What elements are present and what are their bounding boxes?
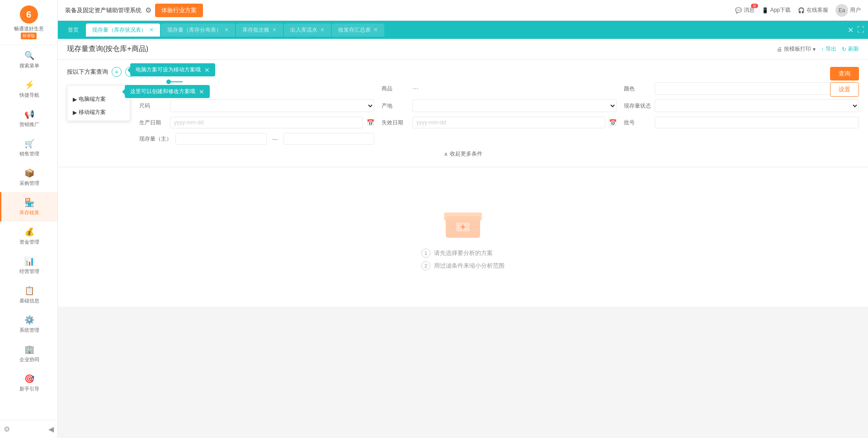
collapse-icon[interactable]: ◀ [48, 425, 54, 433]
filter-label: 按以下方案查询 [67, 68, 108, 76]
filter-row-3: 生产日期 📅 失效日期 📅 批号 [139, 117, 859, 128]
industry-button[interactable]: 体验行业方案 [155, 4, 203, 17]
reset-button[interactable]: 设置 [830, 82, 859, 97]
scheme-tooltip-text: 电脑方案可设为移动方案哦 [136, 66, 201, 74]
sidebar-item-finance[interactable]: 💰 资金管理 [0, 221, 57, 251]
tab-batch-account[interactable]: 库存批次账 ✕ [236, 24, 283, 37]
sidebar-item-inventory[interactable]: 🏪 库存核算 [0, 192, 57, 221]
template-print-icon: 🖨 [777, 46, 782, 52]
scheme-section-header [67, 87, 130, 93]
guide-icon: 🎯 [24, 374, 34, 384]
template-print-label: 按模板打印 [784, 45, 811, 53]
basic-icon: 📋 [24, 286, 34, 296]
sidebar-item-corp[interactable]: 🏢 企业协同 [0, 339, 57, 368]
edit-tooltip-close[interactable]: ✕ [199, 88, 204, 95]
empty-step-1: 1 请先选择要分析的方案 [421, 249, 505, 258]
support-button[interactable]: 🎧 在线客服 [798, 6, 828, 14]
stock-main-to-input[interactable] [283, 133, 375, 145]
origin-select[interactable] [412, 99, 617, 112]
expiry-date-input[interactable] [412, 117, 605, 128]
filter-row-4: 现存量（主） — [139, 133, 859, 145]
sidebar-item-purchase[interactable]: 📦 采购管理 [0, 163, 57, 192]
tabbar: 首页 现存量（库存状况表） ✕ 现存量（库存分布表） ✕ 库存批次账 ✕ 出入库… [58, 21, 868, 39]
page-actions: 🖨 按模板打印 ▾ ↑ 导出 ↻ 刷新 [777, 45, 859, 53]
user-button[interactable]: Ea 用户 [835, 4, 861, 17]
operation-icon: 📊 [24, 256, 34, 266]
filter-origin: 产地 [382, 99, 617, 112]
tab-inout-flow[interactable]: 出入库流水 ✕ [284, 24, 331, 37]
settings-bottom-icon[interactable]: ⚙ [4, 425, 10, 433]
tab-inventory-dist[interactable]: 现存量（库存分布表） ✕ [161, 24, 235, 37]
sales-icon: 🛒 [24, 139, 34, 149]
goods-label: 商品 [382, 85, 409, 93]
tab-collect-summary-label: 收发存汇总表 [338, 26, 371, 34]
export-icon: ↑ [821, 46, 824, 52]
sidebar: 6 畅通道好生意 标准版 🔍 搜索菜单 ⚡ 快捷导航 📢 营销推广 🛒 销售管理… [0, 0, 58, 438]
topbar: 装备及固定资产辅助管理系统 ⚙ 体验行业方案 💬 消息 6 📱 App下载 🎧 … [58, 0, 868, 21]
expiry-date-calendar-icon[interactable]: 📅 [609, 119, 617, 126]
size-label: 尺码 [139, 102, 166, 110]
scheme-item-pc[interactable]: ▶ 电脑端方案 [67, 93, 130, 106]
scheme-arrow-pc: ▶ [73, 96, 77, 103]
template-print-arrow: ▾ [813, 46, 816, 52]
tab-batch-account-close[interactable]: ✕ [272, 27, 277, 33]
system-title: 装备及固定资产辅助管理系统 [65, 6, 142, 14]
tab-inventory-status-label: 现存量（库存状况表） [92, 26, 146, 34]
size-select[interactable] [170, 99, 374, 112]
connector-dot [166, 80, 171, 84]
add-scheme-button[interactable]: + [112, 67, 122, 77]
sidebar-nav: 🔍 搜索菜单 ⚡ 快捷导航 📢 营销推广 🛒 销售管理 📦 采购管理 🏪 库存核… [0, 45, 57, 420]
search-buttons: 查询 设置 [830, 67, 859, 97]
message-button[interactable]: 💬 消息 6 [735, 6, 755, 14]
filter-row-2: 尺码 产地 现存量状态 [139, 99, 859, 112]
inventory-icon: 🏪 [24, 198, 34, 207]
user-avatar: Ea [835, 4, 848, 17]
collapse-filter-button[interactable]: ∧ 收起更多条件 [444, 150, 482, 158]
step-num-1: 1 [421, 249, 430, 258]
tab-inventory-status-close[interactable]: ✕ [149, 27, 154, 33]
stock-main-from-input[interactable] [175, 133, 267, 145]
sidebar-item-guide[interactable]: 🎯 新手引导 [0, 368, 57, 398]
app-download-button[interactable]: 📱 App下载 [762, 6, 791, 14]
production-date-input[interactable] [170, 117, 363, 128]
sidebar-item-operation[interactable]: 📊 经营管理 [0, 251, 57, 280]
stock-status-select[interactable] [655, 99, 859, 112]
scheme-tooltip-close[interactable]: ✕ [204, 66, 210, 74]
filter-size: 尺码 [139, 99, 374, 112]
sidebar-item-marketing[interactable]: 📢 营销推广 [0, 104, 57, 133]
goods-dots[interactable]: ··· [412, 85, 418, 93]
export-button[interactable]: ↑ 导出 [821, 45, 836, 53]
tabbar-close-all[interactable]: ✕ [848, 26, 854, 34]
scheme-item-mobile[interactable]: ▶ 移动端方案 [67, 106, 130, 119]
sidebar-item-basic[interactable]: 📋 基础信息 [0, 280, 57, 310]
tab-inout-flow-close[interactable]: ✕ [320, 27, 325, 33]
tabbar-expand[interactable]: ⛶ [857, 26, 864, 34]
tab-home[interactable]: 首页 [61, 24, 85, 37]
finance-icon: 💰 [24, 227, 34, 237]
tab-inventory-status[interactable]: 现存量（库存状况表） ✕ [86, 24, 160, 37]
support-icon: 🎧 [798, 7, 805, 14]
sidebar-item-search[interactable]: 🔍 搜索菜单 [0, 45, 57, 75]
tab-collect-summary[interactable]: 收发存汇总表 ✕ [332, 24, 384, 37]
message-icon: 💬 [735, 7, 742, 14]
sidebar-item-sales[interactable]: 🛒 销售管理 [0, 133, 57, 163]
tab-collect-summary-close[interactable]: ✕ [373, 27, 378, 33]
search-button[interactable]: 查询 [830, 67, 859, 80]
sidebar-item-system[interactable]: ⚙️ 系统管理 [0, 310, 57, 339]
tab-inventory-dist-close[interactable]: ✕ [224, 27, 229, 33]
sidebar-item-quicknav[interactable]: ⚡ 快捷导航 [0, 75, 57, 104]
svg-rect-1 [444, 212, 482, 221]
refresh-button[interactable]: ↻ 刷新 [842, 45, 859, 53]
template-print-button[interactable]: 🖨 按模板打印 ▾ [777, 45, 816, 53]
color-select[interactable] [655, 82, 859, 95]
tab-inout-flow-label: 出入库流水 [290, 26, 317, 34]
quicknav-icon: ⚡ [24, 80, 34, 90]
production-date-calendar-icon[interactable]: 📅 [367, 119, 374, 126]
filter-expiry-date: 失效日期 📅 [382, 117, 617, 128]
scheme-label-mobile: 移动端方案 [79, 108, 106, 116]
marketing-icon: 📢 [24, 109, 34, 119]
topbar-settings-icon[interactable]: ⚙ [145, 6, 151, 14]
filter-actions: ∧ 收起更多条件 [67, 145, 859, 160]
batch-label: 批号 [624, 119, 651, 127]
batch-input[interactable] [655, 117, 859, 128]
